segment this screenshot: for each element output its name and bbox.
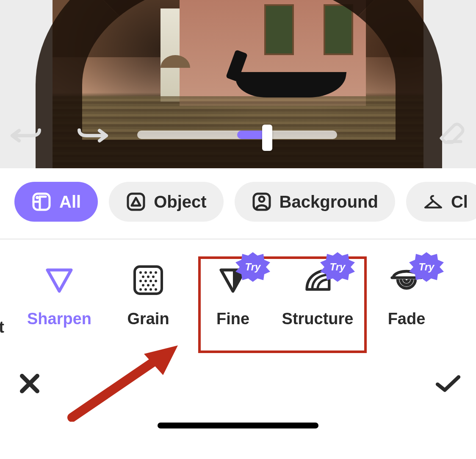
confirm-button[interactable] <box>435 371 461 396</box>
try-badge: Try <box>237 254 268 280</box>
object-icon <box>126 192 146 212</box>
svg-point-11 <box>147 275 149 278</box>
svg-point-13 <box>139 280 142 282</box>
svg-point-21 <box>144 288 147 291</box>
tool-prev-partial[interactable]: st <box>0 263 13 297</box>
triangle-down-icon <box>42 263 76 297</box>
tool-label: Sharpen <box>27 310 91 328</box>
try-badge: Try <box>411 254 442 280</box>
hanger-icon <box>423 192 443 212</box>
adjust-slider[interactable] <box>137 131 337 139</box>
slider-thumb[interactable] <box>262 125 272 151</box>
svg-rect-5 <box>135 267 162 294</box>
fine-icon: Try <box>216 263 250 297</box>
tool-fade[interactable]: Try Fade <box>360 263 453 328</box>
svg-point-22 <box>149 288 152 291</box>
svg-point-1 <box>36 196 39 199</box>
tool-label: Grain <box>127 310 169 328</box>
undo-button[interactable] <box>8 123 42 148</box>
tool-structure[interactable]: Try Structure <box>275 263 360 328</box>
chip-object[interactable]: Object <box>109 182 223 222</box>
svg-point-16 <box>155 280 157 282</box>
svg-point-7 <box>144 271 147 274</box>
chip-label: Cl <box>451 192 468 211</box>
svg-point-8 <box>149 271 152 274</box>
try-badge: Try <box>322 254 353 280</box>
tool-fine[interactable]: Try Fine <box>191 263 275 328</box>
person-icon <box>252 192 272 212</box>
svg-point-12 <box>152 275 155 278</box>
chip-label: Background <box>280 192 378 211</box>
chip-all[interactable]: All <box>14 182 98 222</box>
tool-label: Fine <box>216 310 249 328</box>
svg-point-20 <box>139 288 142 291</box>
svg-point-9 <box>155 271 157 274</box>
svg-point-14 <box>144 280 147 282</box>
tool-label: Fade <box>388 310 426 328</box>
target-chip-row: All Object Background Cl <box>0 168 476 222</box>
svg-point-15 <box>149 280 152 282</box>
structure-icon: Try <box>301 263 335 297</box>
svg-point-18 <box>147 284 149 287</box>
svg-point-19 <box>152 284 155 287</box>
chip-background[interactable]: Background <box>235 182 395 222</box>
chip-clothes[interactable]: Cl <box>406 182 476 222</box>
svg-point-17 <box>142 284 144 287</box>
photo-preview <box>0 0 476 168</box>
tool-sharpen[interactable]: Sharpen <box>13 263 106 328</box>
svg-point-4 <box>259 197 264 202</box>
chip-label: Object <box>154 192 206 211</box>
redo-button[interactable] <box>76 123 110 148</box>
fade-icon: Try <box>390 263 423 297</box>
svg-point-10 <box>142 275 144 278</box>
cancel-button[interactable] <box>17 371 42 396</box>
all-icon <box>31 192 52 212</box>
chip-label: All <box>59 192 81 211</box>
tool-grain[interactable]: Grain <box>106 263 191 328</box>
eraser-button[interactable] <box>434 119 468 144</box>
svg-point-6 <box>139 271 142 274</box>
svg-rect-2 <box>128 194 144 210</box>
bottom-bar <box>0 350 476 439</box>
grain-icon <box>131 263 165 297</box>
tool-label: Structure <box>282 310 354 328</box>
svg-point-23 <box>155 288 157 291</box>
tool-row: st Sharpen Grain <box>0 239 476 350</box>
tool-label: st <box>0 318 4 337</box>
home-indicator <box>158 423 318 428</box>
